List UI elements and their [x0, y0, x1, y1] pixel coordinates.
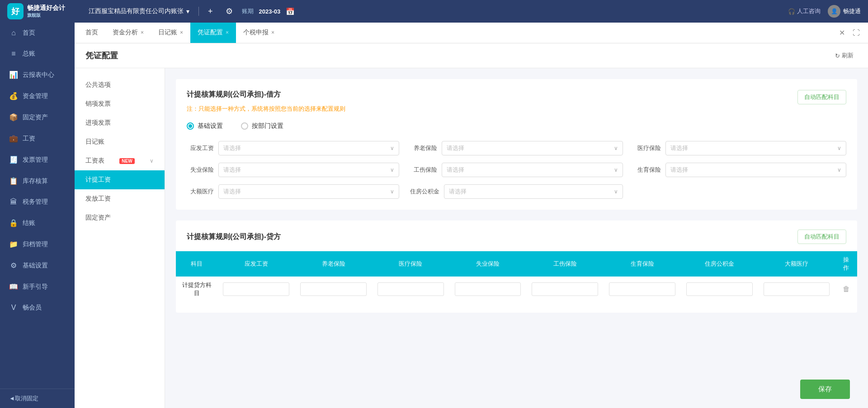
credit-auto-match-button[interactable]: 自动匹配科目: [797, 230, 846, 244]
col-maternity: 生育保险: [604, 251, 681, 277]
nav-item-fixed-assets[interactable]: 固定资产: [75, 208, 165, 227]
tab-funds[interactable]: 资金分析 ×: [105, 23, 151, 43]
sidebar-item-inventory[interactable]: 📋 库存核算: [0, 170, 75, 192]
nav-item-public[interactable]: 公共选项: [75, 75, 165, 94]
user-info[interactable]: 👤 畅捷通: [828, 5, 861, 18]
main-layout: ⌂ 首页 ≡ 总账 📊 云报表中心 💰 资金管理 📦 固定资产 💼 工资 🧾 发…: [0, 23, 868, 408]
user-name: 畅捷通: [843, 7, 861, 15]
nav-item-journal[interactable]: 日记账: [75, 132, 165, 151]
sidebar-item-assets[interactable]: 📦 固定资产: [0, 107, 75, 128]
sidebar-item-funds[interactable]: 💰 资金管理: [0, 85, 75, 107]
nav-item-payroll-pay[interactable]: 发放工资: [75, 189, 165, 208]
funds-icon: 💰: [9, 92, 18, 100]
radio-basic[interactable]: 基础设置: [187, 122, 223, 130]
tab-funds-close[interactable]: ×: [141, 29, 144, 36]
row-housing-input[interactable]: [686, 282, 753, 296]
col-work-injury: 工伤保险: [526, 251, 604, 277]
service-button[interactable]: 🎧 人工咨询: [788, 7, 821, 15]
sidebar-item-tax[interactable]: 🏛 税务管理: [0, 192, 75, 212]
archive-icon: 📁: [9, 240, 18, 249]
row-medical-input[interactable]: [377, 282, 444, 296]
expand-tab-button[interactable]: ⛶: [850, 27, 863, 39]
row-gross-input[interactable]: [223, 282, 289, 296]
nav-item-sales-invoice[interactable]: 销项发票: [75, 94, 165, 113]
refresh-label: 刷新: [842, 52, 854, 60]
logo-sub: 旗舰版: [27, 12, 65, 19]
row-housing-input-cell: [681, 277, 758, 302]
nav-item-payroll-accrue[interactable]: 计提工资: [75, 170, 165, 189]
save-button[interactable]: 保存: [800, 380, 850, 399]
tab-journal[interactable]: 日记账 ×: [151, 23, 190, 43]
table-header-row: 科目 应发工资 养老保险 医疗保险 失业保险 工伤保险 生育保险 住房公积金 大…: [176, 251, 857, 277]
radio-department[interactable]: 按部门设置: [241, 122, 283, 130]
maternity-arrow: ∨: [837, 167, 841, 173]
sidebar-item-home[interactable]: ⌂ 首页: [0, 23, 75, 43]
expand-icon: ∨: [150, 158, 154, 164]
tab-voucher-close[interactable]: ×: [226, 29, 229, 36]
refresh-button[interactable]: ↻ 刷新: [831, 50, 857, 61]
tab-tax[interactable]: 个税申报 ×: [236, 23, 282, 43]
sidebar-label-close: 结账: [23, 219, 35, 227]
page-content: 凭证配置 ↻ 刷新 公共选项 销项发票 进项发票: [75, 43, 868, 408]
nav-item-purchase-invoice[interactable]: 进项发票: [75, 113, 165, 132]
company-selector[interactable]: 江西服宝精品有限责任公司内账张 ▾: [85, 5, 193, 17]
maternity-placeholder: 请选择: [670, 166, 688, 174]
tab-tax-label: 个税申报: [243, 28, 269, 37]
row-action-cell: 🗑: [835, 277, 857, 302]
settings-icon[interactable]: ⚙: [222, 5, 236, 18]
tab-journal-label: 日记账: [158, 28, 177, 37]
row-large-medical-input[interactable]: [764, 282, 830, 296]
sidebar-item-ledger[interactable]: ≡ 总账: [0, 43, 75, 64]
tab-voucher-config[interactable]: 凭证配置 ×: [190, 23, 236, 43]
nav-label-purchase-invoice: 进项发票: [85, 119, 111, 127]
unemployment-select[interactable]: 请选择 ∨: [218, 163, 399, 177]
field-gross-salary: 应发工资 请选择 ∨: [187, 141, 399, 155]
top-bar: 好 畅捷通好会计 旗舰版 江西服宝精品有限责任公司内账张 ▾ + ⚙ 账期 20…: [0, 0, 868, 23]
debit-auto-match-button[interactable]: 自动匹配科目: [797, 90, 846, 104]
gross-salary-arrow: ∨: [390, 145, 394, 151]
maternity-select[interactable]: 请选择 ∨: [665, 163, 846, 177]
sidebar-item-salary[interactable]: 💼 工资: [0, 128, 75, 149]
unpin-button[interactable]: ◄取消固定: [0, 389, 75, 408]
inventory-icon: 📋: [9, 177, 18, 185]
headset-icon: 🎧: [788, 8, 795, 15]
pension-label: 养老保险: [410, 144, 437, 152]
sidebar-label-guide: 新手引导: [23, 283, 48, 291]
unemployment-arrow: ∨: [390, 167, 394, 173]
nav-item-payroll-table[interactable]: 工资表 NEW ∨: [75, 151, 165, 170]
right-content: 计提核算规则(公司承担)-借方 注：只能选择一种方式，系统将按照您当前的选择来配…: [165, 68, 868, 408]
housing-fund-select[interactable]: 请选择 ∨: [444, 184, 623, 199]
tab-journal-close[interactable]: ×: [180, 29, 183, 36]
pension-select[interactable]: 请选择 ∨: [442, 141, 623, 155]
debit-form-grid: 应发工资 请选择 ∨ 养老保险 请选择 ∨: [187, 141, 846, 199]
sidebar-item-vip[interactable]: V 畅会员: [0, 297, 75, 318]
large-medical-select[interactable]: 请选择 ∨: [218, 184, 399, 199]
work-injury-select[interactable]: 请选择 ∨: [442, 163, 623, 177]
period-label: 账期: [242, 7, 254, 15]
sidebar-item-invoice[interactable]: 🧾 发票管理: [0, 149, 75, 170]
field-pension: 养老保险 请选择 ∨: [410, 141, 623, 155]
gross-salary-select[interactable]: 请选择 ∨: [218, 141, 399, 155]
row-work-injury-input[interactable]: [532, 282, 598, 296]
row-maternity-input[interactable]: [609, 282, 675, 296]
sidebar-item-settings[interactable]: ⚙ 基础设置: [0, 255, 75, 276]
close-tab-button[interactable]: ✕: [835, 27, 848, 39]
credit-section-title: 计提核算规则(公司承担)-贷方: [187, 232, 281, 242]
nav-label-public: 公共选项: [85, 81, 111, 89]
tab-home[interactable]: 首页: [78, 23, 105, 43]
calendar-icon[interactable]: 📅: [286, 7, 295, 16]
tab-tax-close[interactable]: ×: [271, 29, 274, 36]
sidebar-item-close[interactable]: 🔒 结账: [0, 212, 75, 234]
sidebar-item-archive[interactable]: 📁 归档管理: [0, 234, 75, 255]
row-pension-input[interactable]: [300, 282, 367, 296]
sidebar-item-guide[interactable]: 📖 新手引导: [0, 276, 75, 297]
medical-select[interactable]: 请选择 ∨: [665, 141, 846, 155]
sidebar-item-reports[interactable]: 📊 云报表中心: [0, 64, 75, 85]
nav-label-payroll-accrue: 计提工资: [85, 176, 111, 184]
delete-row-button[interactable]: 🗑: [843, 285, 850, 293]
invoice-icon: 🧾: [9, 155, 18, 164]
debit-section-title: 计提核算规则(公司承担)-借方: [187, 90, 846, 99]
add-button[interactable]: +: [204, 5, 217, 18]
row-unemployment-input[interactable]: [455, 282, 521, 296]
sidebar-label-ledger: 总账: [23, 50, 35, 58]
